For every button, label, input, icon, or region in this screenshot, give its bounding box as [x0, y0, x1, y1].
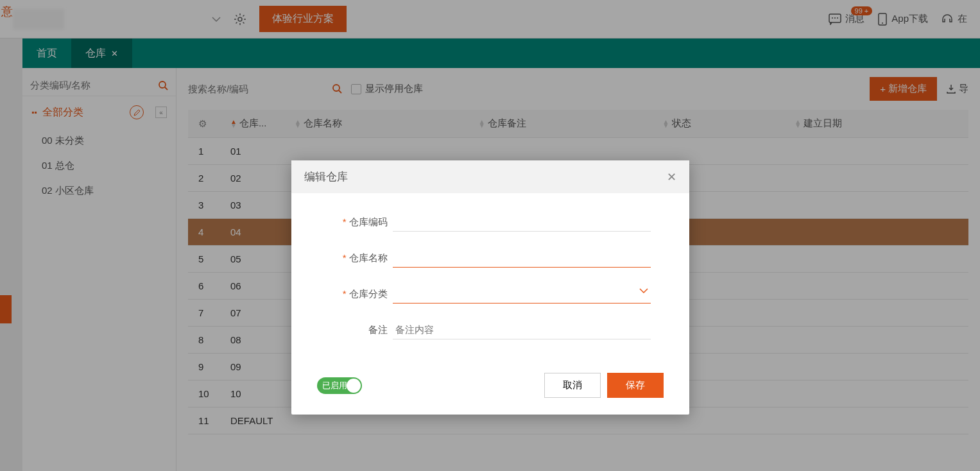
close-icon[interactable]: ✕ [667, 170, 676, 184]
chevron-down-icon[interactable] [639, 288, 648, 293]
remark-label: 备注 [330, 324, 388, 336]
warehouse-remark-input[interactable] [393, 320, 651, 339]
cancel-button[interactable]: 取消 [544, 373, 601, 398]
enabled-toggle[interactable]: 已启用 [317, 377, 362, 394]
warehouse-category-select[interactable] [393, 284, 651, 304]
enabled-label: 已启用 [322, 380, 347, 391]
edit-warehouse-modal: 编辑仓库 ✕ *仓库编码 *仓库名称 *仓库分类 [291, 160, 689, 415]
save-button[interactable]: 保存 [607, 373, 664, 398]
modal-overlay: 编辑仓库 ✕ *仓库编码 *仓库名称 *仓库分类 [0, 0, 980, 471]
code-label: *仓库编码 [330, 216, 388, 228]
modal-title: 编辑仓库 [304, 169, 348, 184]
category-label: *仓库分类 [330, 288, 388, 300]
modal-header: 编辑仓库 ✕ [291, 160, 689, 193]
warehouse-name-input[interactable] [393, 248, 651, 268]
warehouse-code-input[interactable] [393, 212, 651, 232]
name-label: *仓库名称 [330, 252, 388, 264]
toggle-knob [347, 379, 361, 393]
